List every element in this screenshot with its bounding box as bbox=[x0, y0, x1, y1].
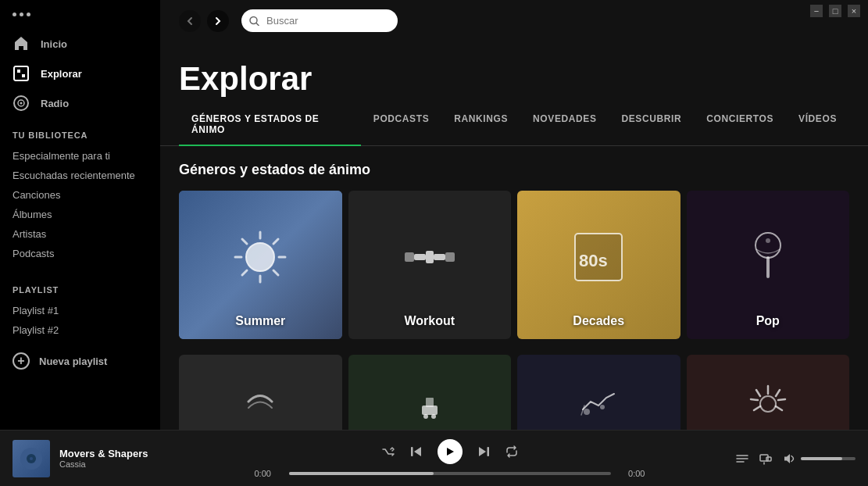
card5-icon bbox=[179, 355, 342, 430]
tab-descubrir[interactable]: DESCUBRIR bbox=[609, 104, 695, 146]
genre-card-5[interactable] bbox=[179, 355, 342, 430]
player-time-total: 0:00 bbox=[617, 469, 645, 478]
player-track-artist: Cassia bbox=[59, 459, 148, 469]
sidebar-item-podcasts[interactable]: Podcasts bbox=[0, 244, 160, 263]
svg-line-12 bbox=[273, 270, 278, 275]
queue-button[interactable] bbox=[735, 452, 749, 466]
genre-card-workout[interactable]: Workout bbox=[348, 191, 512, 339]
player-album-art bbox=[13, 440, 50, 477]
player-buttons bbox=[381, 439, 519, 464]
decades-icon: 80s bbox=[567, 226, 630, 288]
sidebar-item-artistas[interactable]: Artistas bbox=[0, 224, 160, 244]
svg-rect-17 bbox=[434, 254, 445, 260]
home-icon bbox=[13, 35, 30, 52]
genre-card-summer[interactable]: Summer bbox=[179, 191, 342, 339]
progress-bar[interactable] bbox=[289, 472, 611, 475]
genre-card-7[interactable] bbox=[517, 355, 680, 430]
tab-rankings[interactable]: RANKINGS bbox=[441, 104, 520, 146]
sidebar: Inicio Explorar Radio TU BIBLIOT bbox=[0, 0, 160, 430]
sidebar-top-menu[interactable] bbox=[0, 13, 160, 29]
previous-button[interactable] bbox=[409, 445, 423, 459]
volume-fill bbox=[801, 457, 842, 460]
next-button[interactable] bbox=[477, 445, 491, 459]
play-button[interactable] bbox=[438, 439, 463, 464]
radio-icon bbox=[13, 95, 30, 112]
sidebar-item-radio[interactable]: Radio bbox=[0, 88, 160, 118]
svg-line-37 bbox=[754, 406, 760, 410]
card7-icon bbox=[517, 355, 680, 430]
dot3 bbox=[27, 13, 30, 16]
genre-card-decades[interactable]: 80s Decades bbox=[517, 191, 680, 339]
svg-point-22 bbox=[755, 233, 780, 258]
svg-point-41 bbox=[30, 457, 33, 460]
volume-icon[interactable] bbox=[782, 452, 796, 466]
nav-arrows bbox=[179, 10, 229, 32]
minimize-button[interactable]: − bbox=[810, 5, 823, 17]
workout-icon bbox=[398, 234, 461, 281]
sidebar-item-inicio[interactable]: Inicio bbox=[0, 29, 160, 59]
close-button[interactable]: × bbox=[848, 5, 860, 17]
svg-line-32 bbox=[776, 390, 780, 396]
svg-line-36 bbox=[751, 399, 758, 400]
svg-rect-19 bbox=[445, 252, 455, 262]
volume-control bbox=[782, 452, 855, 466]
dot2 bbox=[20, 13, 23, 16]
genre-card-pop[interactable]: Pop bbox=[687, 191, 850, 339]
title-bar: − □ × bbox=[802, 0, 868, 22]
sidebar-item-explorar[interactable]: Explorar bbox=[0, 59, 160, 88]
tab-novedades[interactable]: NOVEDADES bbox=[520, 104, 609, 146]
maximize-button[interactable]: □ bbox=[829, 5, 841, 17]
dot1 bbox=[13, 13, 16, 16]
search-icon bbox=[249, 16, 259, 26]
svg-rect-42 bbox=[411, 447, 413, 456]
more-options-button[interactable] bbox=[13, 13, 30, 16]
sidebar-item-albumes[interactable]: Álbumes bbox=[0, 205, 160, 224]
svg-rect-0 bbox=[14, 66, 28, 80]
card6-icon bbox=[348, 355, 512, 430]
tab-conciertos[interactable]: CONCIERTOS bbox=[694, 104, 786, 146]
repeat-button[interactable] bbox=[505, 445, 519, 459]
svg-line-14 bbox=[242, 270, 247, 275]
pop-label: Pop bbox=[687, 314, 850, 328]
svg-line-34 bbox=[776, 406, 782, 410]
svg-point-28 bbox=[431, 414, 436, 419]
shuffle-button[interactable] bbox=[381, 445, 395, 459]
svg-point-29 bbox=[584, 409, 590, 415]
devices-button[interactable] bbox=[759, 452, 773, 466]
decades-label: Decades bbox=[517, 314, 680, 328]
genre-card-6[interactable] bbox=[348, 355, 512, 430]
sidebar-item-playlist1[interactable]: Playlist #1 bbox=[0, 301, 160, 320]
tab-videos[interactable]: VÍDEOS bbox=[786, 104, 849, 146]
search-input[interactable] bbox=[241, 9, 398, 32]
genre-section-title: Géneros y estados de ánimo bbox=[179, 162, 849, 178]
forward-button[interactable] bbox=[207, 10, 229, 32]
svg-rect-15 bbox=[426, 251, 434, 263]
genre-card-8[interactable] bbox=[687, 355, 850, 430]
add-playlist-button[interactable]: + Nueva playlist bbox=[0, 346, 160, 376]
volume-track[interactable] bbox=[801, 457, 855, 460]
svg-rect-48 bbox=[766, 457, 771, 461]
sidebar-item-escuchadas[interactable]: Escuchadas recientemente bbox=[0, 166, 160, 185]
svg-point-38 bbox=[760, 396, 776, 412]
tab-podcasts[interactable]: PODCASTS bbox=[361, 104, 441, 146]
tab-generos[interactable]: GÉNEROS Y ESTADOS DE ÁNIMO bbox=[179, 104, 361, 146]
compass-icon bbox=[13, 65, 30, 82]
back-button[interactable] bbox=[179, 10, 201, 32]
sidebar-item-especialmente[interactable]: Especialmente para ti bbox=[0, 146, 160, 166]
workout-label: Workout bbox=[348, 314, 512, 328]
svg-line-5 bbox=[256, 23, 259, 25]
summer-icon bbox=[229, 226, 291, 288]
player-controls: 0:00 0:00 bbox=[206, 439, 693, 478]
main-content: Explorar GÉNEROS Y ESTADOS DE ÁNIMO PODC… bbox=[160, 0, 868, 430]
svg-line-13 bbox=[273, 239, 278, 244]
svg-point-24 bbox=[766, 238, 770, 243]
svg-line-35 bbox=[756, 390, 760, 396]
sidebar-item-playlist2[interactable]: Playlist #2 bbox=[0, 320, 160, 340]
playlist-section-label: PLAYLIST bbox=[0, 273, 160, 301]
sidebar-item-canciones[interactable]: Canciones bbox=[0, 185, 160, 205]
genre-grid-row2 bbox=[160, 355, 868, 430]
genre-section: Géneros y estados de ánimo bbox=[160, 146, 868, 355]
app-container: Inicio Explorar Radio TU BIBLIOT bbox=[0, 0, 868, 430]
page-title: Explorar bbox=[160, 41, 868, 104]
svg-rect-16 bbox=[414, 254, 426, 260]
